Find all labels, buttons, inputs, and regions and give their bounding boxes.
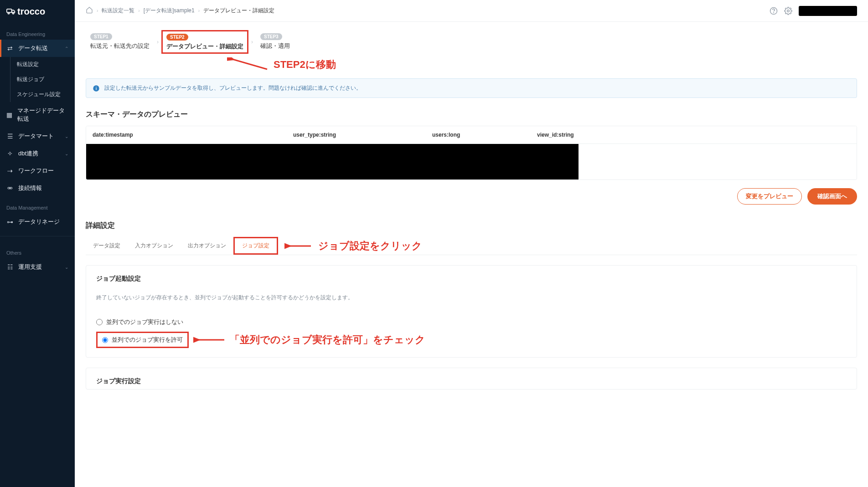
nav-label: 接続情報 — [18, 184, 42, 192]
svg-point-1 — [8, 12, 9, 14]
sliders-icon: ☷ — [6, 263, 14, 271]
nav-transfer-jobs[interactable]: 転送ジョブ — [10, 72, 75, 87]
nav-dbt[interactable]: ✧ dbt連携 ⌄ — [0, 145, 75, 162]
detail-heading: 詳細設定 — [86, 221, 857, 231]
step-1[interactable]: STEP1 転送元・転送先の設定 — [86, 30, 154, 53]
job-launch-title: ジョブ起動設定 — [96, 275, 847, 283]
nav-connection[interactable]: ⚮ 接続情報 — [0, 179, 75, 197]
main-area: › 転送設定一覧 › [データ転送]sample1 › データプレビュー・詳細設… — [75, 0, 868, 487]
swap-icon: ⇄ — [6, 45, 14, 52]
job-exec-title: ジョブ実行設定 — [96, 377, 847, 385]
step2-label: データプレビュー・詳細設定 — [166, 43, 243, 50]
to-confirm-button[interactable]: 確認画面へ — [807, 188, 857, 205]
preview-changes-button[interactable]: 変更をプレビュー — [737, 188, 802, 205]
job-launch-card: ジョブ起動設定 終了していないジョブが存在するとき、並列でジョブが起動することを… — [86, 265, 857, 358]
tab-job-highlight: ジョブ設定 — [233, 237, 278, 255]
chevron-down-icon: ⌄ — [65, 151, 68, 156]
svg-point-10 — [96, 87, 97, 87]
home-icon[interactable] — [86, 6, 93, 15]
breadcrumb: › 転送設定一覧 › [データ転送]sample1 › データプレビュー・詳細設… — [86, 6, 766, 15]
database-icon: ☰ — [6, 133, 14, 140]
step2-badge: STEP2 — [166, 34, 188, 41]
radio-parallel-yes-input[interactable] — [102, 337, 108, 343]
chevron-down-icon: ⌄ — [65, 265, 68, 270]
crumb-list[interactable]: 転送設定一覧 — [102, 7, 134, 15]
svg-rect-9 — [96, 87, 96, 90]
svg-point-5 — [787, 10, 790, 12]
svg-point-2 — [12, 12, 14, 14]
crumb-item[interactable]: [データ転送]sample1 — [144, 7, 195, 15]
truck-icon — [6, 6, 16, 15]
chevron-up-icon: ⌃ — [65, 46, 68, 51]
step3-badge: STEP3 — [260, 33, 282, 40]
grid-icon: ▦ — [6, 111, 13, 118]
arrow-icon — [193, 337, 225, 343]
annotation-radio-text: 「並列でのジョブ実行を許可」をチェック — [230, 333, 425, 347]
step1-badge: STEP1 — [90, 33, 112, 40]
nav-workflow[interactable]: ⇢ ワークフロー — [0, 162, 75, 179]
brand-logo[interactable]: trocco — [0, 0, 75, 23]
crumb-current: データプレビュー・詳細設定 — [203, 7, 274, 15]
detail-tabs: データ設定 入力オプション 出力オプション ジョブ設定 ジョブ設定をクリック — [86, 237, 857, 255]
step-3[interactable]: STEP3 確認・適用 — [256, 30, 294, 53]
chevron-right-icon: › — [97, 8, 98, 13]
nav-data-transfer[interactable]: ⇄ データ転送 ⌃ — [0, 40, 75, 57]
chevron-right-icon: › — [251, 39, 253, 45]
preview-heading: スキーマ・データのプレビュー — [86, 110, 857, 119]
nav-label: マネージドデータ転送 — [17, 107, 68, 123]
nav-label: データ転送 — [18, 44, 48, 52]
col-users: users:long — [426, 126, 531, 144]
nav-datamart[interactable]: ☰ データマート ⌄ — [0, 128, 75, 145]
nav-ops-support[interactable]: ☷ 運用支援 ⌄ — [0, 258, 75, 276]
svg-point-4 — [774, 12, 774, 13]
info-banner: 設定した転送元からサンプルデータを取得し、プレビューします。問題なければ確認に進… — [86, 78, 857, 98]
tab-output-options[interactable]: 出力オプション — [181, 237, 233, 254]
tab-input-options[interactable]: 入力オプション — [128, 237, 181, 254]
col-view-id: view_id:string — [531, 126, 857, 144]
help-icon[interactable] — [770, 7, 778, 15]
sidebar: trocco Data Engineering ⇄ データ転送 ⌃ 転送設定 転… — [0, 0, 75, 487]
step3-label: 確認・適用 — [260, 42, 290, 49]
radio-parallel-yes-highlight: 並列でのジョブ実行を許可 — [96, 332, 189, 348]
section-data-engineering: Data Engineering — [0, 23, 75, 40]
annotation-step2: STEP2に移動 — [227, 57, 336, 72]
job-exec-card: ジョブ実行設定 — [86, 368, 857, 390]
radio-parallel-no-label: 並列でのジョブ実行はしない — [106, 318, 183, 326]
step-2[interactable]: STEP2 データプレビュー・詳細設定 — [161, 30, 248, 54]
nav-transfer-settings[interactable]: 転送設定 — [10, 57, 75, 72]
tab-data-settings[interactable]: データ設定 — [86, 237, 128, 254]
radio-parallel-no-input[interactable] — [96, 319, 103, 325]
action-row: 変更をプレビュー 確認画面へ — [86, 188, 857, 205]
annotation-radio-row: 並列でのジョブ実行を許可 「並列でのジョブ実行を許可」をチェック — [96, 332, 847, 348]
preview-table: date:timestamp user_type:string users:lo… — [86, 126, 857, 180]
tab-job-settings[interactable]: ジョブ設定 — [235, 238, 277, 253]
plug-icon: ⚮ — [6, 185, 14, 192]
account-menu[interactable] — [799, 6, 857, 16]
annotation-tab: ジョブ設定をクリック — [284, 237, 422, 255]
section-data-management: Data Management — [0, 197, 75, 213]
step1-label: 転送元・転送先の設定 — [90, 42, 150, 49]
lineage-icon: ⊶ — [6, 218, 14, 226]
gear-icon[interactable] — [784, 7, 792, 15]
arrow-icon — [284, 243, 312, 249]
annotation-tab-text: ジョブ設定をクリック — [318, 239, 422, 253]
radio-parallel-yes-label: 並列でのジョブ実行を許可 — [112, 336, 183, 344]
col-date: date:timestamp — [86, 126, 287, 144]
nav-label: データマート — [18, 132, 54, 140]
info-text: 設定した転送元からサンプルデータを取得し、プレビューします。問題なければ確認に進… — [104, 84, 362, 92]
nav-schedule-settings[interactable]: スケジュール設定 — [10, 87, 75, 102]
table-body — [86, 144, 857, 179]
nav-managed-transfer[interactable]: ▦ マネージドデータ転送 — [0, 102, 75, 128]
nav-data-lineage[interactable]: ⊶ データリネージ — [0, 213, 75, 231]
annotation-step2-text: STEP2に移動 — [274, 58, 336, 72]
job-launch-desc: 終了していないジョブが存在するとき、並列でジョブが起動することを許可するかどうか… — [96, 294, 847, 302]
chevron-right-icon: › — [198, 8, 200, 13]
col-user-type: user_type:string — [287, 126, 426, 144]
radio-parallel-no[interactable]: 並列でのジョブ実行はしない — [96, 318, 847, 326]
info-icon — [93, 85, 100, 92]
link-icon: ✧ — [6, 150, 14, 157]
table-header-row: date:timestamp user_type:string users:lo… — [86, 126, 857, 144]
chevron-down-icon: ⌄ — [65, 134, 68, 139]
nav-label: dbt連携 — [18, 149, 38, 158]
nav-sub-data-transfer: 転送設定 転送ジョブ スケジュール設定 — [10, 57, 75, 102]
